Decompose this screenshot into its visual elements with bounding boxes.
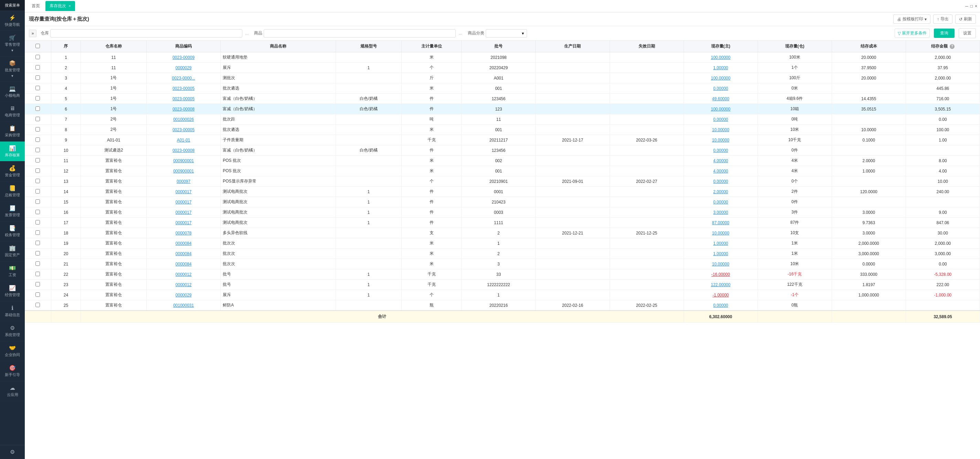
cell-7-10[interactable]: 10.00000 bbox=[684, 125, 757, 135]
cell-5-10[interactable]: 100.00000 bbox=[684, 104, 757, 114]
cell-17-3[interactable]: 0000078 bbox=[146, 228, 221, 238]
cell-19-10[interactable]: 1.00000 bbox=[684, 249, 757, 259]
cell-17-10[interactable]: 10.00000 bbox=[684, 228, 757, 238]
row-checkbox-21[interactable] bbox=[35, 272, 40, 276]
cell-18-3[interactable]: 0000084 bbox=[146, 238, 221, 249]
cell-21-0[interactable] bbox=[25, 269, 51, 280]
row-checkbox-16[interactable] bbox=[35, 220, 40, 225]
cell-8-0[interactable] bbox=[25, 135, 51, 145]
cell-18-0[interactable] bbox=[25, 238, 51, 249]
sidebar-item-kuaijie[interactable]: ⚡ 快捷导航 bbox=[0, 11, 25, 31]
cell-4-3[interactable]: 0023-00005 bbox=[146, 94, 221, 104]
row-checkbox-4[interactable] bbox=[35, 96, 40, 100]
cell-11-10[interactable]: 4.00000 bbox=[684, 166, 757, 176]
sidebar-item-jingying[interactable]: 📈 经营管理 bbox=[0, 281, 25, 301]
sidebar-item-qiye[interactable]: 🤝 企业协同 bbox=[0, 341, 25, 361]
window-minimize[interactable]: ─ bbox=[965, 4, 968, 9]
category-select[interactable]: ▾ bbox=[486, 29, 527, 38]
export-btn[interactable]: ↑ 导出 bbox=[933, 14, 953, 24]
value-help-icon[interactable]: ? bbox=[950, 44, 955, 49]
row-checkbox-2[interactable] bbox=[35, 75, 40, 80]
cell-15-0[interactable] bbox=[25, 207, 51, 218]
row-checkbox-14[interactable] bbox=[35, 199, 40, 204]
cell-23-10[interactable]: -1.00000 bbox=[684, 290, 757, 300]
cell-1-3[interactable]: 0000029 bbox=[146, 63, 221, 73]
row-checkbox-22[interactable] bbox=[35, 282, 40, 287]
cell-5-3[interactable]: 0023-00008 bbox=[146, 104, 221, 114]
cell-19-0[interactable] bbox=[25, 249, 51, 259]
cell-18-10[interactable]: 1.00000 bbox=[684, 238, 757, 249]
cell-9-3[interactable]: 0023-00008 bbox=[146, 145, 221, 156]
sidebar-item-zongzhang[interactable]: 📒 总账管理 bbox=[0, 182, 25, 201]
row-checkbox-23[interactable] bbox=[35, 292, 40, 297]
cell-9-10[interactable]: 0.00000 bbox=[684, 145, 757, 156]
cell-0-3[interactable]: 0023-00009 bbox=[146, 53, 221, 63]
cell-4-10[interactable]: 49.60000 bbox=[684, 94, 757, 104]
cell-20-0[interactable] bbox=[25, 259, 51, 269]
cell-6-10[interactable]: 0.00000 bbox=[684, 114, 757, 125]
sidebar-item-caigou[interactable]: 📋 采购管理 bbox=[0, 121, 25, 142]
expand-conditions-btn[interactable]: ▽ 展开更多条件 bbox=[895, 29, 930, 38]
row-checkbox-18[interactable] bbox=[35, 241, 40, 245]
window-restore[interactable]: □ bbox=[970, 4, 973, 9]
cell-23-0[interactable] bbox=[25, 290, 51, 300]
cell-22-3[interactable]: 0000012 bbox=[146, 280, 221, 290]
row-checkbox-3[interactable] bbox=[35, 86, 40, 90]
cell-10-0[interactable] bbox=[25, 156, 51, 166]
cell-16-0[interactable] bbox=[25, 218, 51, 228]
sidebar-item-pifa[interactable]: 📦 批发管理 ▾ bbox=[0, 56, 25, 82]
cell-16-3[interactable]: 0000017 bbox=[146, 218, 221, 228]
set-btn[interactable]: 设置 bbox=[959, 28, 976, 38]
row-checkbox-6[interactable] bbox=[35, 117, 40, 121]
cell-24-10[interactable]: 0.00000 bbox=[684, 300, 757, 311]
cell-8-10[interactable]: 10.00000 bbox=[684, 135, 757, 145]
cell-12-3[interactable]: 000097 bbox=[146, 176, 221, 186]
cell-24-0[interactable] bbox=[25, 300, 51, 311]
cell-13-10[interactable]: 2.00000 bbox=[684, 186, 757, 197]
cell-3-0[interactable] bbox=[25, 83, 51, 94]
refresh-btn[interactable]: ↺ 刷新 bbox=[955, 14, 976, 24]
cell-1-10[interactable]: 1.00000 bbox=[684, 63, 757, 73]
cell-13-0[interactable] bbox=[25, 186, 51, 197]
cell-14-0[interactable] bbox=[25, 197, 51, 207]
select-all-checkbox[interactable] bbox=[35, 44, 40, 48]
sidebar-item-fapiao[interactable]: 🧾 发票管理 bbox=[0, 201, 25, 222]
row-checkbox-7[interactable] bbox=[35, 127, 40, 132]
cell-20-10[interactable]: 10.00000 bbox=[684, 259, 757, 269]
sidebar-item-xinshou[interactable]: 🎯 新手引导 bbox=[0, 361, 25, 381]
search-btn[interactable]: 查询 bbox=[934, 29, 955, 38]
cell-1-0[interactable] bbox=[25, 63, 51, 73]
cell-0-10[interactable]: 100.00000 bbox=[684, 53, 757, 63]
cell-11-3[interactable]: 000900001 bbox=[146, 166, 221, 176]
row-checkbox-9[interactable] bbox=[35, 148, 40, 152]
cell-21-3[interactable]: 0000012 bbox=[146, 269, 221, 280]
row-checkbox-8[interactable] bbox=[35, 137, 40, 142]
cell-10-10[interactable]: 4.00000 bbox=[684, 156, 757, 166]
cell-7-3[interactable]: 0023-00005 bbox=[146, 125, 221, 135]
cell-2-10[interactable]: 100.00000 bbox=[684, 73, 757, 83]
cell-3-3[interactable]: 0023-00005 bbox=[146, 83, 221, 94]
cell-12-10[interactable]: 0.00000 bbox=[684, 176, 757, 186]
cell-16-10[interactable]: 87.00000 bbox=[684, 218, 757, 228]
tab-kucun-pici[interactable]: 库存批次 × bbox=[45, 1, 75, 11]
cell-20-3[interactable]: 0000084 bbox=[146, 259, 221, 269]
warehouse-input[interactable] bbox=[50, 29, 242, 38]
sidebar-item-gongzi[interactable]: 💵 工资 bbox=[0, 261, 25, 281]
row-checkbox-1[interactable] bbox=[35, 65, 40, 70]
cell-3-10[interactable]: 0.00000 bbox=[684, 83, 757, 94]
row-checkbox-11[interactable] bbox=[35, 168, 40, 173]
row-checkbox-19[interactable] bbox=[35, 251, 40, 255]
sidebar-item-shuiwu[interactable]: 📑 税务管理 bbox=[0, 222, 25, 241]
row-checkbox-10[interactable] bbox=[35, 158, 40, 163]
cell-0-0[interactable] bbox=[25, 53, 51, 63]
cell-11-0[interactable] bbox=[25, 166, 51, 176]
cell-19-3[interactable]: 0000084 bbox=[146, 249, 221, 259]
row-checkbox-12[interactable] bbox=[35, 179, 40, 183]
print-btn[interactable]: 🖨 按模板打印 ▾ bbox=[893, 14, 931, 24]
cell-22-10[interactable]: 122.00000 bbox=[684, 280, 757, 290]
sidebar-item-gudingzichan[interactable]: 🏢 固定资产 bbox=[0, 241, 25, 261]
row-checkbox-5[interactable] bbox=[35, 107, 40, 111]
window-close[interactable]: × bbox=[975, 4, 977, 9]
cell-14-10[interactable]: 0.00000 bbox=[684, 197, 757, 207]
cell-2-0[interactable] bbox=[25, 73, 51, 83]
